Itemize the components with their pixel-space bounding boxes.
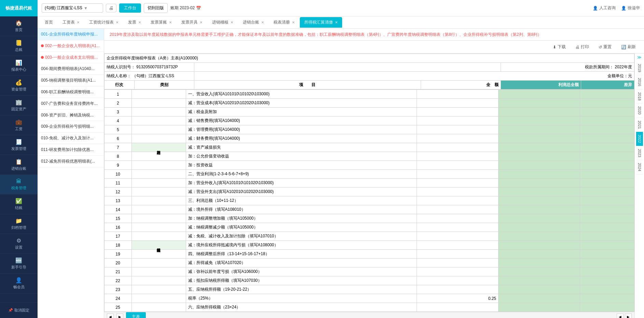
period-label: 账期 2023-02 📅 xyxy=(170,5,201,11)
sidebar-item-new-guide[interactable]: 🆕 新手引导 xyxy=(0,254,38,274)
close-icon[interactable]: ✕ xyxy=(200,20,202,24)
sidebar-item-purchase-sales[interactable]: 📋 进销台账 xyxy=(0,155,38,175)
pin-icon: 📌 xyxy=(8,308,13,312)
table-row: 24税率（25%）0.25 xyxy=(104,294,634,303)
row-amount xyxy=(417,134,499,143)
list-item-006[interactable]: 006-职工薪酬纳税调整明细... xyxy=(38,86,104,98)
row-profit xyxy=(499,108,580,116)
tab-purchase-check[interactable]: 进销稽核 ✕ xyxy=(208,17,238,28)
sidebar-item-archive[interactable]: 📁 归档管理 xyxy=(0,214,38,234)
sidebar: 畅捷通易代账 🏠 首页 📒 总账 📊 报表中心 💰 资金管理 🏢 固定资产 💼 … xyxy=(0,0,38,318)
list-item-007[interactable]: 007-广告费和业务宣传费跨年... xyxy=(38,98,104,110)
print-icon-button[interactable]: 🖨 xyxy=(106,4,116,12)
tab-invoice[interactable]: 发票 ✕ xyxy=(124,17,145,28)
list-item-009[interactable]: 009-企业所得税补亏损明细... xyxy=(38,121,104,133)
username-display[interactable]: 👤 徐溢华 xyxy=(621,5,640,11)
tab-payroll[interactable]: 工资表 ✕ xyxy=(58,17,84,28)
row-diff xyxy=(580,223,634,232)
pin-toggle[interactable]: 📌 取消固定 xyxy=(8,306,29,315)
list-item-011[interactable]: 011-研发费用加计扣除优惠... xyxy=(38,144,104,156)
row-profit xyxy=(499,134,580,143)
year-item-2016[interactable]: 2016 xyxy=(636,75,643,89)
list-item-005[interactable]: 005-纳税调整项目明细表(A1... xyxy=(38,75,104,86)
download-icon: ⬇ xyxy=(553,45,556,50)
tab-purchase-ledger[interactable]: 进销台账 ✕ xyxy=(238,17,268,28)
list-item-010[interactable]: 010-免税、减计收入及加计... xyxy=(38,133,104,144)
col-header-item: 项 目 xyxy=(194,81,421,89)
tab-payroll-stat[interactable]: 工资统计报表 ✕ xyxy=(85,17,123,28)
member-icon: 👤 xyxy=(15,277,22,284)
company-selector[interactable]: (勾稽) 江西服宝-LSS ▼ xyxy=(42,3,103,13)
close-icon[interactable]: ✕ xyxy=(169,20,172,24)
year-item-2020[interactable]: 2020 xyxy=(636,103,643,117)
year-item-2019[interactable]: 2019 xyxy=(636,61,643,75)
col-header-category: 类别 xyxy=(134,81,194,89)
list-item-003[interactable]: 003-一般企业成本支出明细... xyxy=(38,52,104,64)
sidebar-item-ledger-label: 总账 xyxy=(15,47,23,52)
row-diff xyxy=(580,205,634,214)
download-button[interactable]: ⬇ 下载 xyxy=(550,43,569,51)
row-profit xyxy=(499,223,580,232)
tab-home[interactable]: 首页 xyxy=(40,17,57,28)
sidebar-item-member[interactable]: 👤 畅会员 xyxy=(0,274,38,293)
year-item-2021[interactable]: 2021 xyxy=(636,118,643,132)
close-icon[interactable]: ✕ xyxy=(335,20,338,24)
nav-right-button[interactable]: ▶ xyxy=(116,314,123,318)
tab-income-tax[interactable]: 所得税汇算清缴 ✕ xyxy=(300,17,342,28)
sidebar-item-home-label: 首页 xyxy=(15,27,23,32)
refresh-button[interactable]: 🔄 刷新 xyxy=(618,43,639,51)
tab-invoice-calc[interactable]: 发票算账 ✕ xyxy=(146,17,176,28)
table-row: 14减：境外所得（填写A108010） xyxy=(104,205,634,214)
row-diff xyxy=(580,294,634,303)
list-item-002[interactable]: 002-一般企业收入明细表(A1... xyxy=(38,40,104,52)
scroll-right-button[interactable]: ▶ xyxy=(625,314,632,318)
sidebar-item-home[interactable]: 🏠 首页 xyxy=(0,16,38,36)
main-area: (勾稽) 江西服宝-LSS ▼ 🖨 工作台 切到旧版 账期 2023-02 📅 … xyxy=(38,0,644,318)
sidebar-item-invoice-mgmt[interactable]: 🧾 发票管理 xyxy=(0,135,38,155)
list-item-001[interactable]: 001-企业所得税年度纳税申报... xyxy=(38,29,104,40)
sidebar-item-general-ledger[interactable]: 📒 总账 xyxy=(0,36,38,56)
sidebar-item-payroll[interactable]: 💼 工资 xyxy=(0,115,38,135)
table-row: 3减：税金及附加 xyxy=(104,108,634,116)
row-index: 23 xyxy=(104,285,132,294)
row-profit xyxy=(499,143,580,152)
list-item-012[interactable]: 012-减免所得税优惠明细表(... xyxy=(38,156,104,167)
year-item-2022[interactable]: 2022 xyxy=(636,132,643,146)
taxpayer-id-label: 纳税人识别号： xyxy=(107,65,135,69)
switch-button[interactable]: 切到旧版 xyxy=(144,3,168,13)
year-item-2018[interactable]: 2018 xyxy=(636,89,643,103)
close-icon[interactable]: ✕ xyxy=(261,20,264,24)
list-item-004[interactable]: 004-期间费用明细表(A1040... xyxy=(38,63,104,75)
year-item-2023[interactable]: 2023 xyxy=(636,146,643,160)
nav-left-button[interactable]: ◀ xyxy=(107,314,114,318)
close-icon[interactable]: ✕ xyxy=(230,20,233,24)
row-amount xyxy=(417,214,499,223)
close-icon[interactable]: ✕ xyxy=(292,20,295,24)
reset-button[interactable]: ↺ 重置 xyxy=(596,43,614,51)
year-item-2024[interactable]: 2024 xyxy=(636,160,643,174)
sidebar-item-fixed-assets[interactable]: 🏢 固定资产 xyxy=(0,96,38,115)
list-item-008[interactable]: 008-资产折旧、摊销及纳税... xyxy=(38,110,104,121)
expand-icon[interactable]: ≫ xyxy=(636,54,643,61)
print-button[interactable]: 🖨 打印 xyxy=(573,43,592,51)
fund-icon: 💰 xyxy=(15,79,22,86)
tab-tax-clear[interactable]: 税表清册 ✕ xyxy=(269,17,299,28)
sidebar-item-report-center[interactable]: 📊 报表中心 xyxy=(0,56,38,76)
scroll-left-button[interactable]: ◀ xyxy=(617,314,624,318)
table-header-row: 行次 类别 项 目 全 额 利润总全额 差异 xyxy=(104,81,634,89)
sidebar-item-fund-mgmt[interactable]: 💰 资金管理 xyxy=(0,76,38,96)
close-icon[interactable]: ✕ xyxy=(77,20,80,24)
row-item: 减：营业外支出(填写A102010\102020\103000) xyxy=(186,188,417,196)
sidebar-item-settle[interactable]: ✅ 结账 xyxy=(0,194,38,214)
workstation-button[interactable]: 工作台 xyxy=(119,3,141,13)
sidebar-item-settings[interactable]: ⚙ 设置 xyxy=(0,234,38,254)
user-service-button[interactable]: 👤 人工咨询 xyxy=(593,5,616,11)
sidebar-item-tax-mgmt[interactable]: 🏛 税务管理 xyxy=(0,175,38,194)
bottom-tab-main[interactable]: 主表 xyxy=(126,312,146,318)
row-diff xyxy=(580,99,634,108)
table-row: 6减：财务费用(填写A104000) xyxy=(104,134,634,143)
tab-invoice-open[interactable]: 发票开具 ✕ xyxy=(177,17,207,28)
table-row: 19四、纳税调整后所得（13-14+15-16-17+18） xyxy=(104,250,634,259)
close-icon[interactable]: ✕ xyxy=(138,20,141,24)
close-icon[interactable]: ✕ xyxy=(116,20,118,24)
